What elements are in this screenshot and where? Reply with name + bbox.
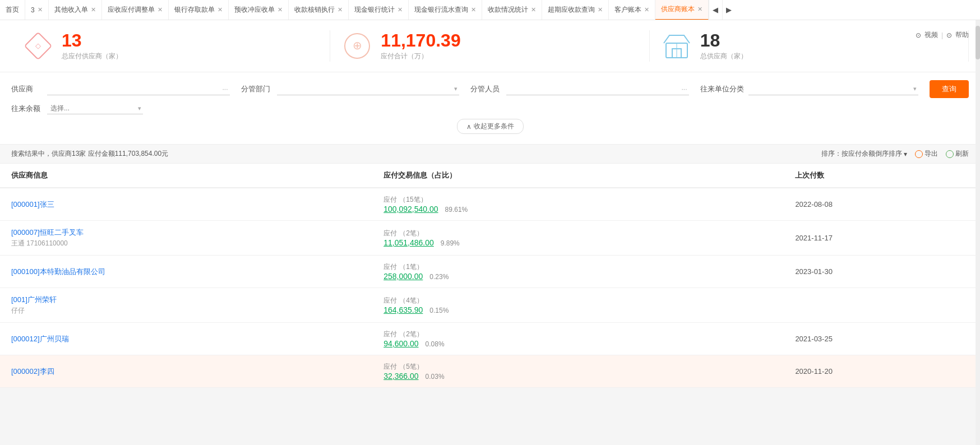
category-input[interactable] [748, 84, 914, 95]
search-button[interactable]: 查询 [930, 80, 969, 98]
tx-line1: 应付（5笔） [383, 362, 773, 372]
close-icon[interactable]: ✕ [338, 6, 343, 13]
video-link[interactable]: 视频 [924, 30, 938, 40]
balance-dropdown-icon[interactable]: ▾ [138, 105, 141, 112]
last-payment-cell: 2023-01-30 [784, 256, 980, 288]
scrollbar-thumb[interactable] [976, 26, 980, 59]
nav-tab-supplier-account[interactable]: 供应商账本 ✕ [655, 0, 709, 20]
tx-amount[interactable]: 32,366.00 [383, 372, 418, 381]
close-icon[interactable]: ✕ [697, 6, 702, 13]
tx-amount[interactable]: 164,635.90 [383, 305, 423, 314]
supplier-cell: [000100]本特勤油品有限公司 [0, 256, 372, 288]
dept-dropdown-icon[interactable]: ▾ [454, 85, 457, 92]
filter-supplier: 供应商 ··· [11, 84, 230, 95]
person-input[interactable] [506, 84, 681, 95]
supplier-cell: [000007]恒旺二手叉车王通 17106110000 [0, 221, 372, 256]
close-icon[interactable]: ✕ [278, 6, 283, 13]
data-table-wrap: 供应商信息 应付交易信息（占比） 上次付数 [000001]张三应付（15笔）1… [0, 164, 980, 388]
nav-tab-t3[interactable]: 3 ✕ [25, 0, 49, 20]
nav-tab-cash-bank-flow-label: 现金银行流水查询 [414, 5, 468, 15]
category-label: 往来单位分类 [700, 84, 744, 94]
nav-tab-cash-bank-flow[interactable]: 现金银行流水查询 ✕ [409, 0, 482, 20]
close-icon[interactable]: ✕ [91, 6, 96, 13]
tx-cell: 应付（1笔）258,000.000.23% [372, 256, 784, 288]
supplier-input[interactable] [47, 84, 222, 95]
close-icon[interactable]: ✕ [158, 6, 163, 13]
nav-tab-bank-deposit[interactable]: 银行存取款单 ✕ [169, 0, 229, 20]
supplier-link[interactable]: [000001]张三 [11, 200, 54, 208]
tx-pct: 0.23% [429, 273, 449, 281]
nav-tab-ap-adjust[interactable]: 应收应付调整单 ✕ [102, 0, 169, 20]
ap-suppliers-label: 总应付供应商（家） [62, 52, 122, 61]
close-icon[interactable]: ✕ [531, 6, 536, 13]
refresh-icon [946, 150, 954, 158]
nav-tab-overdue-query[interactable]: 超期应收款查询 ✕ [542, 0, 609, 20]
collapse-button[interactable]: ∧ 收起更多条件 [457, 119, 524, 134]
close-icon[interactable]: ✕ [38, 6, 43, 13]
tx-amount[interactable]: 11,051,486.00 [383, 238, 434, 247]
tx-type-label: 应付 [383, 263, 397, 271]
col-header-last-payment: 上次付数 [784, 164, 980, 188]
nav-tab-t3-label: 3 [31, 6, 35, 14]
tx-amount[interactable]: 100,092,540.00 [383, 205, 438, 214]
supplier-link[interactable]: [000002]李四 [11, 367, 54, 376]
refresh-button[interactable]: 刷新 [946, 149, 969, 159]
grain-icon: ⊕ [341, 30, 373, 62]
last-payment-cell: 2022-08-08 [784, 188, 980, 221]
sort-label: 排序：按应付余额倒序排序 [821, 149, 902, 159]
table-row: [000007]恒旺二手叉车王通 17106110000应付（2笔）11,051… [0, 221, 980, 256]
tx-pct: 0.08% [426, 340, 445, 348]
help-icon: ⊙ [946, 31, 952, 39]
close-icon[interactable]: ✕ [397, 6, 403, 13]
supplier-link[interactable]: [000100]本特勤油品有限公司 [11, 267, 105, 276]
dept-input[interactable] [277, 84, 455, 95]
supplier-link[interactable]: [001]广州荣轩 [11, 295, 57, 304]
close-icon[interactable]: ✕ [471, 6, 476, 13]
scrollbar[interactable] [976, 20, 980, 388]
tx-amount[interactable]: 258,000.00 [383, 272, 423, 281]
supplier-dots[interactable]: ··· [222, 85, 228, 93]
sort-button[interactable]: 排序：按应付余额倒序排序 ▾ [821, 149, 907, 159]
help-link[interactable]: 帮助 [955, 30, 969, 40]
filter-row-2: 往来余额 ▾ [11, 103, 969, 114]
nav-tab-supplier-account-label: 供应商账本 [661, 4, 695, 14]
tx-amount[interactable]: 94,600.00 [383, 339, 418, 348]
ap-total-value: 11,170.39 [381, 31, 460, 49]
supplier-label: 供应商 [11, 84, 43, 94]
supplier-link[interactable]: [000012]广州贝瑞 [11, 335, 69, 343]
balance-input[interactable] [47, 103, 138, 114]
category-dropdown-icon[interactable]: ▾ [913, 85, 917, 92]
nav-tab-collect-verify[interactable]: 收款核销执行 ✕ [289, 0, 349, 20]
nav-arrow-left[interactable]: ◀ [709, 0, 722, 20]
category-input-wrap: ▾ [748, 84, 919, 95]
nav-tab-home[interactable]: 首页 [0, 0, 25, 20]
supplier-link[interactable]: [000007]恒旺二手叉车 [11, 228, 84, 237]
nav-tab-overdue-query-label: 超期应收款查询 [548, 5, 595, 15]
table-row: [000002]李四应付（5笔）32,366.000.03%2020-11-20 [0, 355, 980, 388]
close-icon[interactable]: ✕ [218, 6, 223, 13]
nav-tab-cash-bank-stats[interactable]: 现金银行统计 ✕ [349, 0, 409, 20]
nav-tab-collect-stats-label: 收款情况统计 [488, 5, 528, 15]
total-suppliers-text: 18 总供应商（家） [700, 31, 747, 61]
last-payment-date: 2021-03-25 [795, 335, 833, 343]
ap-suppliers-value: 13 [62, 31, 122, 49]
tx-line2: 32,366.000.03% [383, 372, 773, 381]
table-row: [000012]广州贝瑞应付（2笔）94,600.000.08%2021-03-… [0, 323, 980, 355]
table-row: [000100]本特勤油品有限公司应付（1笔）258,000.000.23%20… [0, 256, 980, 288]
summary-card-ap-suppliers: ◇ 13 总应付供应商（家） [11, 30, 330, 62]
export-button[interactable]: 导出 [915, 149, 938, 159]
close-icon[interactable]: ✕ [644, 6, 649, 13]
close-icon[interactable]: ✕ [598, 6, 603, 13]
nav-tab-customer-account[interactable]: 客户账本 ✕ [609, 0, 655, 20]
nav-tab-advance-collect[interactable]: 预收冲应收单 ✕ [229, 0, 289, 20]
person-dots[interactable]: ··· [681, 85, 687, 93]
filter-row-1: 供应商 ··· 分管部门 ▾ 分管人员 ··· 往来单位分类 [11, 80, 969, 98]
nav-tab-collect-stats[interactable]: 收款情况统计 ✕ [482, 0, 542, 20]
export-label: 导出 [924, 149, 938, 159]
total-suppliers-value: 18 [700, 31, 747, 49]
person-input-wrap: ··· [506, 84, 689, 95]
nav-arrow-right[interactable]: ▶ [722, 0, 736, 20]
nav-tab-other-income[interactable]: 其他收入单 ✕ [49, 0, 102, 20]
top-nav: 首页 3 ✕ 其他收入单 ✕ 应收应付调整单 ✕ 银行存取款单 ✕ 预收冲应收单… [0, 0, 980, 20]
tx-count: （5笔） [399, 363, 423, 370]
